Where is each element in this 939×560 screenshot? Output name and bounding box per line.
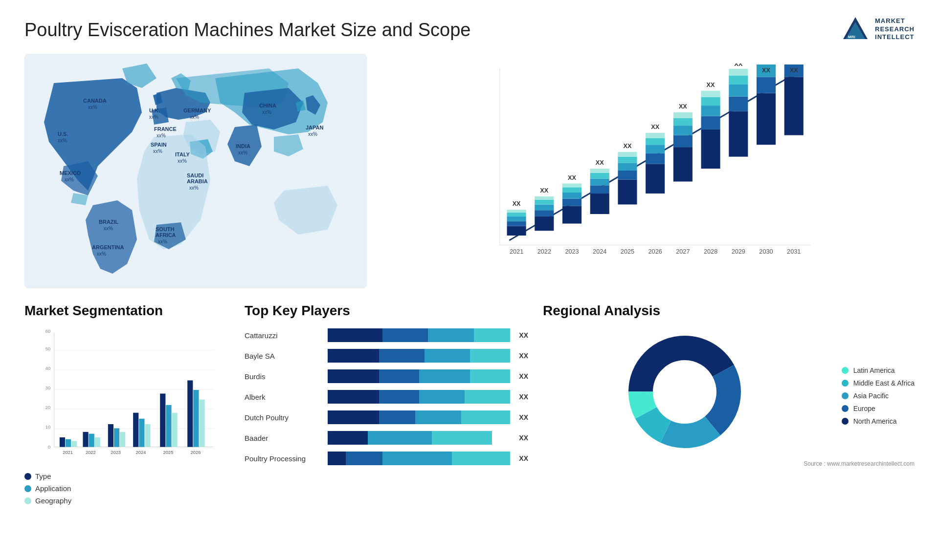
svg-rect-59 (590, 185, 609, 194)
bar-seg3 (382, 452, 452, 465)
reg-legend-mea: Middle East & Africa (842, 379, 915, 387)
regional-section: Regional Analysis (543, 303, 915, 528)
market-seg-title: Market Segmentation (24, 303, 230, 319)
world-map-svg: CANADA xx% U.S. xx% MEXICO xx% BRAZIL xx… (24, 54, 367, 288)
main-content: CANADA xx% U.S. xx% MEXICO xx% BRAZIL xx… (24, 54, 915, 288)
player-name: Burdis (245, 372, 323, 381)
svg-rect-48 (535, 204, 554, 210)
svg-text:2023: 2023 (565, 248, 579, 255)
svg-rect-79 (673, 118, 693, 126)
svg-text:XX: XX (596, 159, 604, 166)
market-seg-chart: 0 10 20 30 40 50 60 2021 2022 2023 2024 … (24, 328, 230, 465)
svg-text:CHINA: CHINA (259, 103, 276, 108)
svg-text:2031: 2031 (787, 248, 801, 255)
svg-rect-78 (673, 126, 693, 135)
bar-seg4 (470, 349, 510, 363)
player-bar (328, 410, 510, 424)
svg-rect-50 (535, 196, 554, 200)
bar-seg4 (465, 390, 510, 404)
bar-seg3 (428, 328, 473, 342)
svg-rect-142 (114, 428, 119, 447)
europe-label: Europe (853, 405, 875, 412)
svg-rect-137 (133, 413, 138, 447)
svg-rect-43 (507, 213, 526, 216)
svg-text:SPAIN: SPAIN (151, 142, 167, 148)
svg-text:10: 10 (45, 425, 50, 430)
player-name: Poultry Processing (245, 454, 323, 463)
svg-rect-89 (729, 96, 748, 111)
bar-seg4 (461, 410, 511, 424)
svg-rect-56 (562, 183, 581, 187)
svg-text:0: 0 (48, 445, 50, 450)
svg-text:2021: 2021 (63, 450, 73, 455)
latin-dot (842, 367, 849, 374)
svg-rect-44 (507, 210, 526, 213)
player-row: Burdis XX (245, 369, 528, 383)
svg-text:ITALY: ITALY (175, 151, 190, 157)
player-name: Bayle SA (245, 352, 323, 360)
svg-text:xx%: xx% (189, 185, 199, 191)
bar-seg3 (368, 431, 432, 445)
bar-seg3 (415, 410, 461, 424)
svg-text:XX: XX (568, 174, 576, 181)
svg-text:GERMANY: GERMANY (183, 108, 211, 113)
svg-rect-151 (199, 400, 204, 447)
svg-text:xx%: xx% (58, 138, 67, 143)
svg-rect-54 (562, 193, 581, 199)
svg-rect-80 (673, 112, 693, 118)
legend-type: Type (24, 472, 230, 480)
growth-chart-section: XX XX XX XX (381, 54, 915, 288)
svg-rect-55 (562, 187, 581, 193)
page-title: Poultry Evisceration Machines Market Siz… (24, 20, 470, 41)
svg-rect-84 (701, 106, 720, 116)
svg-rect-62 (590, 169, 609, 173)
svg-rect-95 (757, 77, 776, 93)
bar-seg1 (328, 369, 379, 383)
svg-text:2024: 2024 (136, 450, 146, 455)
svg-rect-82 (701, 129, 720, 169)
donut-chart (621, 328, 748, 455)
svg-text:2023: 2023 (111, 450, 121, 455)
svg-text:XX: XX (513, 200, 521, 207)
svg-rect-150 (172, 413, 177, 447)
svg-text:60: 60 (45, 329, 50, 334)
svg-rect-144 (166, 405, 171, 447)
svg-text:2022: 2022 (86, 450, 96, 455)
svg-text:xx%: xx% (238, 150, 247, 155)
svg-text:XX: XX (762, 66, 770, 74)
svg-text:2025: 2025 (163, 450, 174, 455)
player-xx: XX (519, 434, 528, 442)
bar-seg3 (419, 369, 470, 383)
svg-text:2022: 2022 (537, 248, 551, 255)
player-row: Baader XX (245, 431, 528, 445)
svg-text:xx%: xx% (178, 158, 187, 164)
svg-rect-41 (507, 221, 526, 226)
bar-seg2 (379, 349, 425, 363)
svg-text:XX: XX (707, 81, 715, 88)
svg-rect-140 (66, 439, 71, 447)
svg-rect-76 (673, 147, 693, 181)
application-dot (24, 485, 31, 492)
svg-rect-147 (95, 437, 100, 447)
mea-label: Middle East & Africa (853, 379, 915, 387)
bar-seg2 (379, 410, 416, 424)
player-row: Bayle SA XX (245, 349, 528, 363)
logo-container: MRI MARKET RESEARCH INTELLECT (841, 15, 915, 44)
svg-text:FRANCE: FRANCE (154, 126, 177, 132)
svg-rect-49 (535, 200, 554, 205)
svg-rect-52 (562, 206, 581, 223)
svg-text:2029: 2029 (732, 248, 745, 255)
application-label: Application (35, 484, 71, 493)
geography-dot (24, 497, 31, 504)
svg-rect-136 (108, 424, 113, 447)
player-row: Poultry Processing XX (245, 452, 528, 465)
type-label: Type (35, 472, 51, 480)
svg-rect-86 (701, 91, 720, 97)
svg-text:2028: 2028 (704, 248, 717, 255)
svg-rect-134 (60, 437, 65, 447)
svg-text:2025: 2025 (621, 248, 634, 255)
svg-rect-141 (89, 434, 94, 447)
svg-text:SAUDI: SAUDI (187, 172, 203, 178)
svg-point-157 (655, 363, 714, 421)
svg-text:40: 40 (45, 366, 50, 371)
